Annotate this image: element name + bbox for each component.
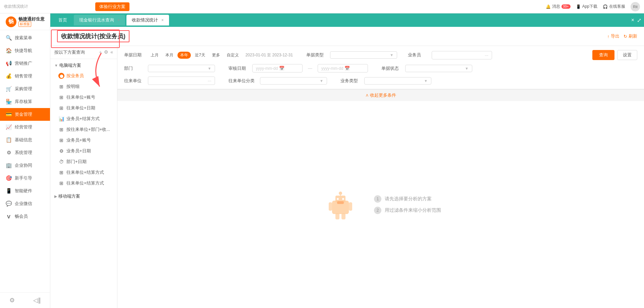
tab-collection-stats[interactable]: 收款情况统计 × [126,15,169,25]
robot-svg [320,184,361,224]
date-tab-this-month[interactable]: 本月 [163,52,176,59]
refresh-button[interactable]: ↻ 刷新 [624,33,637,39]
tab-bank-flow-close[interactable]: × [117,18,120,22]
biz-type-select[interactable]: ▼ [364,77,431,85]
scheme-item-salesperson-method[interactable]: 📊 业务员+结算方式 [50,113,117,124]
scheme-item-dept-date[interactable]: ⏱ 部门+日期 [50,156,117,167]
sidebar-item-business[interactable]: 📈 经营管理 [0,121,50,134]
wechat-icon: 💬 [5,201,12,207]
bell-icon: 🔔 [546,4,551,9]
svg-rect-5 [329,202,332,211]
partner-category-dropdown-icon: ▼ [320,79,323,83]
salesperson-date-icon: ⚙ [58,148,64,154]
inventory-icon: 🏪 [5,99,12,105]
date-tab-more[interactable]: 更多 [209,52,223,59]
partner-category-select[interactable]: ▼ [260,77,327,85]
review-date-label: 审核日期 [228,65,247,71]
page-title-box: 收款情况统计(按业务员) [57,30,129,42]
settings-scheme-icon[interactable]: ⚙ [104,49,108,55]
sidebar-item-marketing[interactable]: 📢 营销推广 [0,57,50,70]
date-tab-last-month[interactable]: 上月 [148,52,161,59]
partner-select[interactable]: ··· [148,76,215,85]
doc-type-dropdown-icon: ▼ [390,53,393,57]
tab-bank-flow[interactable]: 现金银行流水查询 × [74,15,125,25]
scheme-item-partner-dept[interactable]: ⊞ 按往来单位+部门+收... [50,124,117,135]
collapse-sidebar-icon[interactable]: ◁‖ [32,295,42,305]
add-scheme-icon[interactable]: + [99,49,102,55]
main-layout: 畅 畅捷通好生意 标准版 🔍 搜索菜单 🏠 快捷导航 📢 营销推广 [0,13,644,308]
tab-home[interactable]: 首页 [53,15,72,25]
scheme-item-partner-settlement2-label: 往来单位+结算方式 [66,180,104,186]
review-date-end[interactable]: yyyy-mm-dd 📅 [318,64,368,72]
scheme-item-partner-settlement2[interactable]: ⊞ 往来单位+结算方式 [50,178,117,189]
date-tab-custom[interactable]: 自定义 [224,52,241,59]
tab-maximize-icon[interactable]: ⤢ [637,17,641,23]
sidebar-label-quick-nav: 快捷导航 [15,48,32,54]
active-indicator: ⬤ [58,73,64,79]
date-tab-7days[interactable]: 近7天 [192,52,208,59]
salesperson-label: 业务员 [408,52,426,58]
filter-row-2: 部门 ▼ 审核日期 yyyy-mm-dd 📅 — [124,64,637,72]
collapse-bar[interactable]: ∧ 收起更多条件 [117,89,644,101]
sidebar-item-wechat[interactable]: 💬 企业微信 [0,197,50,210]
business-icon: 📈 [5,124,12,130]
right-content: 单据日期 上月 本月 本年 近7天 更多 自定义 2023-01-01 至 20… [117,46,644,308]
doc-status-select[interactable]: ▼ [405,65,472,72]
sidebar-item-hardware[interactable]: 📱 智能硬件 [0,185,50,197]
scheme-item-partner-settlement1[interactable]: ⊞ 往来单位+结算方式 [50,167,117,178]
review-date-start[interactable]: yyyy-mm-dd 📅 [252,64,303,72]
sidebar-item-sales[interactable]: 💰 销售管理 [0,70,50,83]
date-tab-this-year[interactable]: 本年 [177,52,191,59]
dept-select[interactable]: ▼ [148,65,215,72]
tab-collection-stats-close[interactable]: × [161,18,164,22]
scheme-item-partner-settlement1-label: 往来单位+结算方式 [66,169,104,175]
scheme-group-mobile-title[interactable]: ▶ 移动端方案 [50,191,117,201]
scheme-item-by-detail[interactable]: ⊞ 按明细 [50,81,117,92]
partner-account-icon: ⊞ [58,95,64,100]
query-button[interactable]: 查询 [592,50,614,60]
sidebar-item-system[interactable]: ⚙ 系统管理 [0,146,50,159]
notification-item[interactable]: 🔔 消息 99+ [546,4,571,9]
top-header: 收款情况统计 体验行业方案 🔔 消息 99+ 📱 App下载 🎧 在线客服 Ri… [0,0,644,13]
sidebar-item-member[interactable]: V 畅会员 [0,210,50,223]
date-label: 单据日期 [124,52,143,58]
scheme-item-partner-account[interactable]: ⊞ 往来单位+账号 [50,92,117,103]
export-button[interactable]: ↑ 导出 [607,33,620,39]
trial-button[interactable]: 体验行业方案 [95,2,129,11]
sidebar-item-enterprise[interactable]: 🏢 企业协同 [0,159,50,172]
sidebar-item-search[interactable]: 🔍 搜索菜单 [0,32,50,44]
scheme-item-by-salesperson[interactable]: ⬤ 按业务员 [50,70,117,81]
user-avatar[interactable]: Rit [631,2,640,11]
scheme-group-mobile-label: 移动端方案 [58,193,80,199]
scheme-item-salesperson-date[interactable]: ⚙ 业务员+日期 [50,146,117,156]
scheme-item-partner-dept-label: 按往来单位+部门+收... [66,126,110,133]
sidebar-item-inventory[interactable]: 🏪 库存核算 [0,95,50,108]
salesperson-select[interactable]: ··· [432,51,492,59]
sidebar-label-hardware: 智能硬件 [15,188,32,194]
scheme-group-desktop-title[interactable]: ▼ 电脑端方案 [50,60,117,70]
basic-info-icon: 📋 [5,137,12,143]
review-date-start-text: yyyy-mm-dd [256,66,278,71]
hardware-icon: 📱 [5,188,12,194]
sidebar-item-guide[interactable]: 🎯 新手引导 [0,172,50,185]
app-download-item[interactable]: 📱 App下载 [576,4,597,9]
sidebar-item-quick-nav[interactable]: 🏠 快捷导航 [0,44,50,57]
settings-bottom-icon[interactable]: ⚙ [8,295,16,305]
collapse-panel-icon[interactable]: « [110,49,113,55]
salesperson-more-icon: ··· [485,53,488,58]
sidebar-item-purchase[interactable]: 🛒 采购管理 [0,83,50,95]
doc-type-select[interactable]: ▼ [330,51,397,59]
settings-button[interactable]: 设置 [617,50,637,60]
sidebar-item-finance[interactable]: 💳 资金管理 [0,108,50,121]
tab-home-label: 首页 [58,17,67,23]
online-service-item[interactable]: 🎧 在线客服 [603,4,625,9]
scheme-item-salesperson-account[interactable]: ⊞ 业务员+账号 [50,135,117,146]
calendar-start-icon[interactable]: 📅 [279,66,284,71]
tab-close-all-icon[interactable]: × [631,17,634,23]
calendar-end-icon[interactable]: 📅 [344,66,350,71]
partner-category-label: 往来单位分类 [228,78,255,84]
scheme-item-partner-date[interactable]: ⊞ 往来单位+日期 [50,103,117,113]
salesperson-account-icon: ⊞ [58,138,64,143]
svg-rect-8 [341,213,345,219]
sidebar-item-basic-info[interactable]: 📋 基础信息 [0,134,50,146]
